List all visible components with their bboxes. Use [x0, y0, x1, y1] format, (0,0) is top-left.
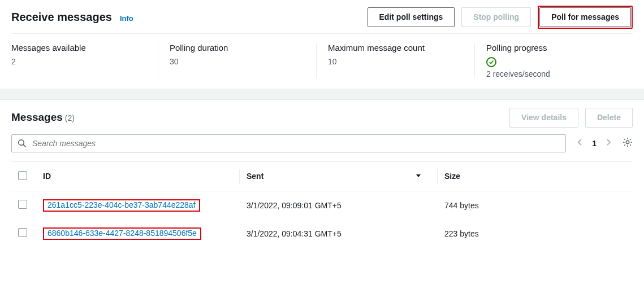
- highlight-id: 6860b146-633e-4427-8248-851894506f5e: [43, 227, 201, 240]
- column-id-header[interactable]: ID: [36, 161, 240, 191]
- message-id-link[interactable]: 261a1cc5-223e-404c-be37-3ab744e228af: [47, 200, 196, 209]
- stat-max-message-count-label: Maximum message count: [328, 43, 463, 52]
- svg-point-0: [626, 141, 629, 143]
- highlight-id: 261a1cc5-223e-404c-be37-3ab744e228af: [43, 199, 200, 212]
- column-size-header[interactable]: Size: [438, 161, 633, 191]
- table-row: 6860b146-633e-4427-8248-851894506f5e 3/1…: [11, 220, 633, 248]
- info-link[interactable]: Info: [120, 14, 133, 23]
- messages-count: (2): [65, 113, 75, 122]
- column-sent-header[interactable]: Sent: [240, 161, 438, 191]
- stat-polling-duration-value: 30: [170, 57, 305, 66]
- row-checkbox[interactable]: [18, 200, 27, 209]
- sort-desc-icon: [415, 172, 422, 181]
- row-checkbox[interactable]: [18, 228, 27, 237]
- poll-for-messages-button[interactable]: Poll for messages: [539, 7, 631, 27]
- table-row: 261a1cc5-223e-404c-be37-3ab744e228af 3/1…: [11, 191, 633, 220]
- search-box[interactable]: [11, 134, 566, 152]
- chevron-left-icon: [576, 138, 584, 146]
- page-title: Receive messages: [11, 11, 112, 24]
- gear-icon: [623, 137, 633, 147]
- search-input[interactable]: [31, 138, 560, 148]
- delete-button: Delete: [585, 108, 633, 128]
- messages-title: Messages: [11, 111, 63, 123]
- stat-polling-progress-label: Polling progress: [486, 43, 621, 52]
- chevron-right-icon: [604, 138, 612, 146]
- check-circle-icon: [486, 57, 496, 67]
- stat-messages-available-label: Messages available: [11, 43, 146, 52]
- stat-polling-duration-label: Polling duration: [170, 43, 305, 52]
- stat-max-message-count-value: 10: [328, 57, 463, 66]
- column-sent-label: Sent: [247, 172, 263, 181]
- next-page-button[interactable]: [604, 138, 612, 148]
- page-number: 1: [592, 139, 597, 148]
- message-size: 744 bytes: [438, 191, 633, 220]
- message-id-link[interactable]: 6860b146-633e-4427-8248-851894506f5e: [47, 229, 197, 238]
- select-all-checkbox[interactable]: [18, 171, 27, 180]
- prev-page-button[interactable]: [576, 138, 584, 148]
- message-size: 223 bytes: [438, 220, 633, 248]
- message-sent: 3/1/2022, 09:04:31 GMT+5: [240, 220, 438, 248]
- messages-table: ID Sent Size 261a1cc5-223e-404c-be37-3ab…: [11, 161, 633, 248]
- section-divider: [0, 89, 644, 100]
- view-details-button: View details: [509, 108, 578, 128]
- highlight-poll-button: Poll for messages: [538, 6, 633, 29]
- search-icon: [18, 139, 27, 148]
- stat-messages-available-value: 2: [11, 57, 146, 66]
- message-sent: 3/1/2022, 09:09:01 GMT+5: [240, 191, 438, 220]
- settings-button[interactable]: [623, 137, 633, 149]
- stop-polling-button: Stop polling: [461, 7, 531, 27]
- edit-poll-settings-button[interactable]: Edit poll settings: [368, 7, 455, 27]
- stat-polling-progress-value: 2 receives/second: [486, 69, 621, 78]
